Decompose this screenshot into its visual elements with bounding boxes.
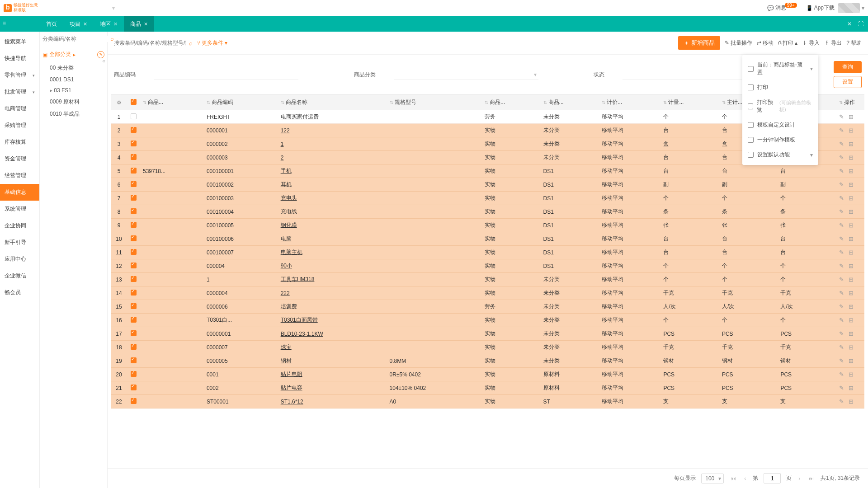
product-name-link[interactable]: 耳机: [281, 181, 292, 188]
edit-row-icon[interactable]: ✎: [839, 276, 844, 283]
sidebar-item[interactable]: 畅会员: [0, 284, 39, 301]
query-button[interactable]: 查询: [834, 61, 862, 73]
row-checkbox[interactable]: [131, 168, 137, 174]
edit-row-icon[interactable]: ✎: [839, 195, 844, 202]
dd-preview[interactable]: 打印预览(可编辑当前模板): [742, 95, 818, 117]
row-checkbox[interactable]: [131, 235, 137, 241]
product-name-link[interactable]: 1: [281, 141, 284, 147]
more-row-icon[interactable]: ⊞: [849, 385, 854, 391]
more-row-icon[interactable]: ⊞: [849, 398, 854, 405]
row-checkbox[interactable]: [131, 344, 137, 350]
row-checkbox[interactable]: [131, 195, 137, 201]
batch-ops-link[interactable]: ✎批量操作: [725, 39, 752, 47]
product-name-link[interactable]: 珠宝: [281, 344, 292, 350]
next-page-button[interactable]: ›: [797, 475, 802, 482]
sidebar-item[interactable]: 电商管理: [0, 100, 39, 117]
table-row[interactable]: 200001贴片电阻0R±5% 0402实物原材料移动平均PCSPCSPCS✎⊞: [111, 368, 864, 381]
product-name-link[interactable]: 2: [281, 155, 284, 161]
edit-row-icon[interactable]: ✎: [839, 235, 844, 242]
product-name-link[interactable]: 贴片电阻: [281, 371, 302, 377]
close-icon[interactable]: ✕: [83, 21, 87, 27]
table-row[interactable]: 180000007珠宝实物未分类移动平均千克千克千克✎⊞: [111, 341, 864, 354]
more-row-icon[interactable]: ⊞: [849, 290, 854, 296]
more-row-icon[interactable]: ⊞: [849, 127, 854, 134]
edit-row-icon[interactable]: ✎: [839, 357, 844, 364]
table-row[interactable]: 190000005钢材0.8MM实物未分类移动平均钢材钢材钢材✎⊞: [111, 354, 864, 368]
product-name-link[interactable]: 贴片电容: [281, 385, 302, 391]
edit-row-icon[interactable]: ✎: [839, 181, 844, 188]
print-link[interactable]: ⎙打印 ▴: [778, 39, 797, 47]
last-page-button[interactable]: ⏭: [807, 475, 815, 482]
sidebar-item[interactable]: 搜索菜单: [0, 33, 39, 50]
sidebar-item[interactable]: 采购管理: [0, 117, 39, 134]
row-checkbox[interactable]: [131, 249, 137, 255]
product-name-link[interactable]: 电脑主机: [281, 249, 302, 255]
product-name-link[interactable]: 90小: [281, 263, 292, 269]
settings-button[interactable]: 设置: [834, 76, 862, 88]
sidebar-item[interactable]: 企业协同: [0, 217, 39, 234]
col-header[interactable]: 商品编码: [204, 95, 278, 110]
row-checkbox[interactable]: [131, 357, 137, 363]
more-row-icon[interactable]: ⊞: [849, 181, 854, 188]
edit-row-icon[interactable]: ✎: [839, 398, 844, 405]
more-row-icon[interactable]: ⊞: [849, 235, 854, 242]
col-header[interactable]: 商品...: [140, 95, 204, 110]
first-page-button[interactable]: ⏮: [729, 475, 737, 482]
tab-商品[interactable]: 商品✕: [124, 16, 154, 32]
app-download-link[interactable]: 📱 App下载: [806, 4, 835, 12]
gear-icon[interactable]: ⚙: [117, 99, 122, 106]
row-checkbox[interactable]: [131, 290, 137, 296]
sidebar-item[interactable]: 新手引导: [0, 234, 39, 251]
edit-tree-icon[interactable]: ✎: [97, 51, 104, 58]
row-checkbox[interactable]: [131, 113, 137, 119]
row-checkbox[interactable]: [131, 385, 137, 390]
table-row[interactable]: 210002贴片电容104±10% 0402实物原材料移动平均PCSPCSPCS…: [111, 381, 864, 395]
more-row-icon[interactable]: ⊞: [849, 154, 854, 161]
dd-quick-template[interactable]: 一分钟制作模板: [742, 132, 818, 147]
more-row-icon[interactable]: ⊞: [849, 276, 854, 283]
tree-item[interactable]: 0001 DS1: [46, 74, 104, 85]
product-name-link[interactable]: 培训费: [281, 303, 297, 310]
edit-row-icon[interactable]: ✎: [839, 249, 844, 256]
table-row[interactable]: 8000100004充电线实物DS1移动平均条条条✎⊞: [111, 205, 864, 219]
col-header[interactable]: [127, 95, 140, 110]
close-icon[interactable]: ✕: [113, 21, 118, 27]
row-checkbox[interactable]: [131, 208, 137, 214]
sidebar-item[interactable]: 企业微信: [0, 267, 39, 284]
edit-row-icon[interactable]: ✎: [839, 168, 844, 174]
product-name-link[interactable]: 222: [281, 290, 290, 296]
product-name-link[interactable]: 电商买家付运费: [281, 113, 319, 120]
more-row-icon[interactable]: ⊞: [849, 249, 854, 256]
col-header[interactable]: 操作: [836, 95, 864, 110]
tab-close-icon[interactable]: ✕: [847, 21, 852, 27]
col-header[interactable]: 商品...: [541, 95, 599, 110]
col-header[interactable]: 计量...: [660, 95, 719, 110]
row-checkbox[interactable]: [131, 141, 137, 146]
sidebar-item[interactable]: 零售管理▾: [0, 67, 39, 84]
product-name-link[interactable]: 钢化膜: [281, 222, 297, 228]
product-name-link[interactable]: 122: [281, 127, 290, 134]
more-filters-toggle[interactable]: ⑂ 更多条件 ▾: [197, 39, 227, 47]
col-header[interactable]: 商品名称: [278, 95, 387, 110]
table-row[interactable]: 7000100003充电头实物DS1移动平均个个个✎⊞: [111, 192, 864, 205]
table-row[interactable]: 6000100002耳机实物DS1移动平均副副副✎⊞: [111, 178, 864, 192]
play-icon[interactable]: ▸: [73, 52, 75, 58]
sidebar-item[interactable]: 系统管理: [0, 201, 39, 217]
row-checkbox[interactable]: [131, 317, 137, 323]
edit-row-icon[interactable]: ✎: [839, 330, 844, 337]
more-row-icon[interactable]: ⊞: [849, 113, 854, 120]
filter-code-input[interactable]: [154, 70, 298, 80]
sidebar-item[interactable]: 批发管理▾: [0, 84, 39, 100]
product-name-link[interactable]: T0301白面黑带: [281, 317, 318, 323]
tab-地区[interactable]: 地区✕: [94, 16, 124, 32]
edit-row-icon[interactable]: ✎: [839, 303, 844, 310]
row-checkbox[interactable]: [131, 276, 137, 282]
row-checkbox[interactable]: [131, 371, 137, 377]
dd-default-func[interactable]: 设置默认功能: [742, 147, 818, 162]
menu-collapse-icon[interactable]: ≡: [3, 20, 6, 26]
more-row-icon[interactable]: ⊞: [849, 168, 854, 174]
row-checkbox[interactable]: [131, 303, 137, 309]
product-name-link[interactable]: 工具车HM318: [281, 276, 315, 282]
checkbox-all[interactable]: [131, 99, 137, 105]
edit-row-icon[interactable]: ✎: [839, 113, 844, 120]
